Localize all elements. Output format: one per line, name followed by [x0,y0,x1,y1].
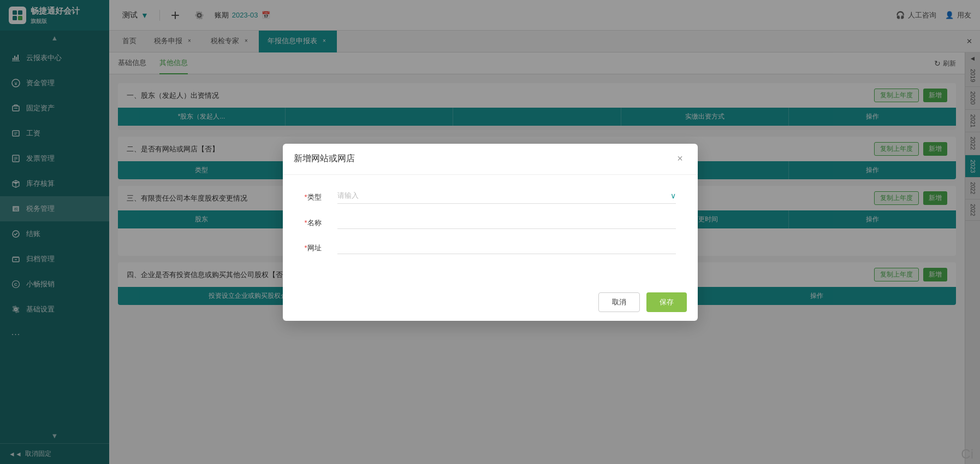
type-label: *类型 [305,192,337,202]
name-input[interactable] [337,217,676,225]
cancel-button[interactable]: 取消 [598,292,640,312]
name-input-wrapper [337,217,676,229]
save-button[interactable]: 保存 [646,292,687,312]
dialog-close-button[interactable]: × [674,152,687,166]
form-group-name: *名称 [305,217,676,229]
name-label: *名称 [305,218,337,228]
url-input[interactable] [337,242,676,250]
add-website-dialog: 新增网站或网店 × *类型 ∨ *名称 [283,144,698,321]
url-label: *网址 [305,243,337,253]
dialog-footer: 取消 保存 [283,284,698,321]
dialog-title: 新增网站或网店 [294,153,355,165]
type-input-wrapper: ∨ [337,191,676,204]
form-group-type: *类型 ∨ [305,191,676,204]
form-group-url: *网址 [305,242,676,254]
dialog-overlay[interactable]: 新增网站或网店 × *类型 ∨ *名称 [0,0,980,464]
url-input-wrapper [337,242,676,254]
type-input[interactable] [337,191,670,199]
dialog-header: 新增网站或网店 × [283,144,698,175]
type-dropdown-icon[interactable]: ∨ [670,191,676,200]
dialog-body: *类型 ∨ *名称 *网址 [283,175,698,284]
